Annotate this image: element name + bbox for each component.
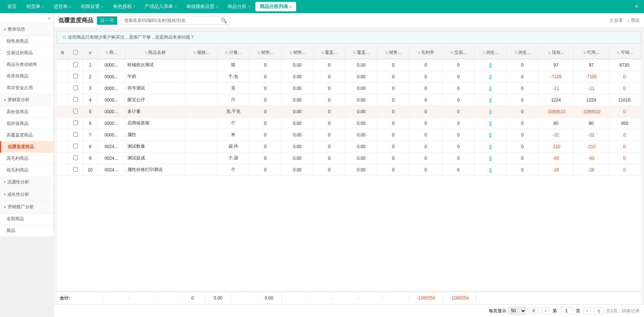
- filter-period-button[interactable]: 近一月: [97, 16, 117, 25]
- browse1-cell[interactable]: 0: [474, 106, 506, 118]
- sidebar-item-capital-occupancy[interactable]: 库存资金占用: [0, 82, 54, 94]
- row-checkbox[interactable]: [73, 62, 78, 67]
- row-checkbox[interactable]: [73, 155, 78, 160]
- footer-values: 0 0.00 0.00 -1095554 -1095554: [78, 294, 638, 302]
- browse1-cell[interactable]: 0: [474, 59, 506, 71]
- nav-item-sales[interactable]: 销货单 ×: [22, 2, 48, 11]
- nav-item-analysis-list[interactable]: 商品分析列表 ×: [255, 2, 296, 11]
- sidebar-section-wealth[interactable]: ∨ 类财富分析: [0, 94, 54, 106]
- close-icon[interactable]: ×: [216, 5, 218, 9]
- close-icon[interactable]: ×: [174, 5, 177, 9]
- browse1-cell[interactable]: 0: [474, 71, 506, 83]
- trade-cell: 0: [442, 164, 474, 176]
- row-checkbox[interactable]: [73, 109, 78, 114]
- nav-item-roles[interactable]: 角色授权 ×: [109, 2, 140, 11]
- window-close-button[interactable]: ×: [632, 2, 641, 11]
- nav-item-home[interactable]: 首页: [3, 2, 21, 11]
- page-size-select[interactable]: 20 50 100: [508, 307, 526, 315]
- sidebar-item-category-rate[interactable]: 商品分类动销率: [0, 59, 54, 71]
- sidebar-item-new-goods[interactable]: 新品: [0, 225, 54, 237]
- settings-column-header[interactable]: ⚙: [57, 47, 68, 59]
- row-checkbox[interactable]: [73, 132, 78, 137]
- export-button[interactable]: ↓ 导出: [627, 17, 640, 24]
- last-page-button[interactable]: ›|: [594, 307, 603, 314]
- checkbox-cell[interactable]: [68, 94, 83, 106]
- checkbox-cell[interactable]: [68, 83, 83, 94]
- sales1-column-header[interactable]: 销售...: [249, 47, 281, 59]
- sidebar-section-growth[interactable]: > 成长性分析: [0, 189, 54, 201]
- browse2-column-header[interactable]: 浏览...: [506, 47, 538, 59]
- browse1-cell[interactable]: 0: [474, 129, 506, 141]
- checkbox-cell[interactable]: [68, 106, 83, 118]
- browse1-column-header[interactable]: 浏览...: [474, 47, 506, 59]
- sidebar-item-high-margin[interactable]: 高毛利商品: [0, 153, 54, 165]
- code-column-header[interactable]: 商...: [98, 47, 125, 59]
- row-checkbox[interactable]: [73, 97, 78, 102]
- select-all-checkbox[interactable]: [73, 50, 78, 55]
- checkbox-cell[interactable]: [68, 118, 83, 129]
- unit-column-header[interactable]: 计量...: [217, 47, 250, 59]
- trade-column-header[interactable]: 交易...: [442, 47, 474, 59]
- sellable-column-header[interactable]: 可销...: [609, 47, 641, 59]
- close-icon[interactable]: ×: [133, 5, 136, 9]
- row-checkbox[interactable]: [73, 167, 78, 172]
- row-checkbox[interactable]: [73, 144, 78, 148]
- sidebar-item-stocked-goods[interactable]: 有库存商品: [0, 71, 54, 82]
- close-icon[interactable]: ×: [248, 5, 250, 9]
- sidebar-collapse-btn[interactable]: «: [0, 13, 54, 23]
- checkbox-column-header[interactable]: [68, 47, 83, 59]
- browse1-cell[interactable]: 0: [474, 118, 506, 129]
- sidebar-section-overall[interactable]: ∨ 整体信息: [0, 23, 54, 36]
- checkbox-cell[interactable]: [68, 141, 83, 152]
- sidebar-item-sales-goods[interactable]: 销售类商品: [0, 36, 54, 47]
- row-checkbox[interactable]: [73, 120, 78, 125]
- stock2-column-header[interactable]: 可用...: [574, 47, 609, 59]
- close-icon[interactable]: ×: [101, 5, 103, 9]
- checkbox-cell[interactable]: [68, 71, 83, 83]
- browse1-cell[interactable]: 0: [474, 83, 506, 94]
- sidebar-item-low-coverage[interactable]: 低覆盖度商品: [0, 141, 54, 153]
- sidebar-section-flow[interactable]: > 流通性分析: [0, 176, 54, 189]
- stock1-column-header[interactable]: 现有...: [538, 47, 574, 59]
- margin-column-header[interactable]: 毛利率: [409, 47, 443, 59]
- browse1-cell[interactable]: 0: [474, 94, 506, 106]
- spec-column-header[interactable]: 规格...: [185, 47, 217, 59]
- checkbox-cell[interactable]: [68, 129, 83, 141]
- sidebar-item-all-goods[interactable]: 全部商品: [0, 213, 54, 225]
- sidebar-item-high-value[interactable]: 高价值商品: [0, 106, 54, 118]
- close-icon[interactable]: ×: [290, 5, 292, 9]
- browse1-cell[interactable]: 0: [474, 152, 506, 164]
- sales2-cell: 0.00: [281, 129, 313, 141]
- sales3-column-header[interactable]: 销售...: [377, 47, 409, 59]
- sidebar-item-low-value[interactable]: 低价值商品: [0, 118, 54, 130]
- close-icon[interactable]: ×: [42, 5, 44, 9]
- page-number-input[interactable]: [560, 307, 573, 314]
- checkbox-cell[interactable]: [68, 164, 83, 176]
- sidebar-item-low-margin[interactable]: 低毛利商品: [0, 165, 54, 176]
- search-input[interactable]: [124, 18, 221, 23]
- browse1-cell[interactable]: 0: [474, 141, 506, 152]
- sidebar-item-traded-goods[interactable]: 交易过的商品: [0, 47, 54, 59]
- name-column-header[interactable]: 商品名称: [125, 47, 185, 59]
- sidebar-item-high-coverage[interactable]: 高覆盖度商品: [0, 130, 54, 141]
- nav-item-purchase[interactable]: 进货单 ×: [49, 2, 76, 11]
- row-checkbox[interactable]: [73, 74, 78, 79]
- share-button[interactable]: ⎙ 分享: [610, 17, 623, 24]
- nav-item-products[interactable]: 产成品入库单 ×: [140, 2, 181, 11]
- browse1-cell[interactable]: 0: [474, 164, 506, 176]
- nav-item-permissions[interactable]: 权限设置 ×: [76, 2, 108, 11]
- checkbox-cell[interactable]: [68, 152, 83, 164]
- nav-item-analysis[interactable]: 商品分析 ×: [223, 2, 255, 11]
- row-checkbox[interactable]: [73, 86, 78, 90]
- checkbox-cell[interactable]: [68, 59, 83, 71]
- next-page-button[interactable]: ›: [583, 307, 591, 314]
- first-page-button[interactable]: K: [529, 307, 539, 314]
- cover2-column-header[interactable]: 覆盖...: [345, 47, 377, 59]
- nav-item-templates[interactable]: 单据模板设置 ×: [182, 2, 223, 11]
- sidebar-section-marketing[interactable]: ∨ 营销推广分析: [0, 201, 54, 213]
- cover1-column-header[interactable]: 覆盖...: [313, 47, 345, 59]
- prev-page-button[interactable]: ‹: [542, 307, 550, 314]
- close-icon[interactable]: ×: [69, 5, 71, 9]
- sales2-column-header[interactable]: 销售...: [281, 47, 313, 59]
- code-cell: 0000...: [98, 129, 125, 141]
